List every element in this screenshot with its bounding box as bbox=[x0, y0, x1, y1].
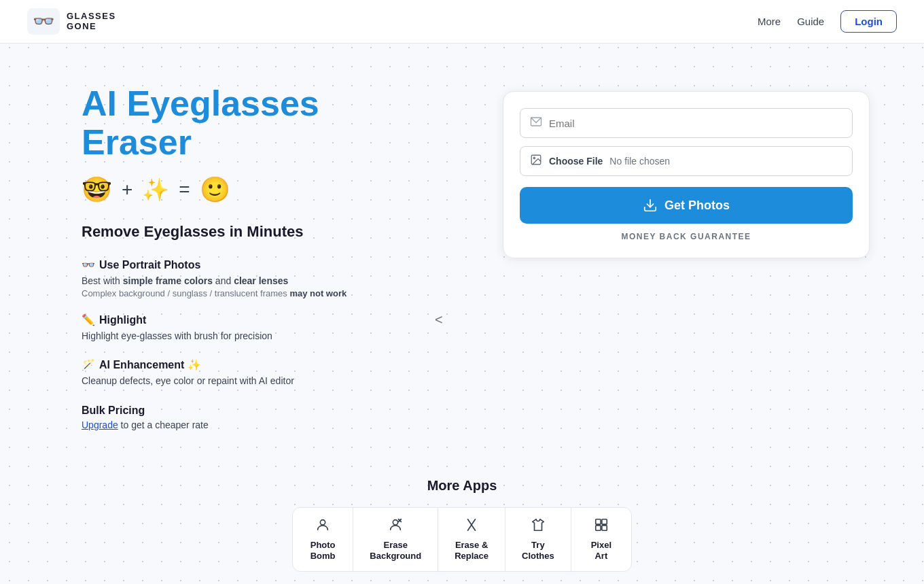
logo-line1: GLASSES bbox=[67, 12, 116, 21]
file-input-wrap[interactable]: Choose File No file chosen bbox=[520, 146, 853, 176]
pixel-art-label: PixelArt bbox=[591, 540, 611, 561]
upgrade-link[interactable]: Upgrade bbox=[82, 419, 118, 430]
feature-highlight: ✏️ Highlight Highlight eye-glasses with … bbox=[82, 313, 462, 343]
feature-ai-desc: Cleanup defects, eye color or repaint wi… bbox=[82, 374, 462, 388]
more-apps-section: More Apps PhotoBomb EraseBac bbox=[0, 458, 924, 584]
svg-rect-8 bbox=[596, 519, 601, 524]
pixel-art-icon bbox=[594, 517, 609, 536]
site-header: 👓 GLASSES GONE More Guide Login bbox=[0, 0, 924, 44]
erase-background-label: EraseBackground bbox=[370, 540, 421, 561]
feature-portrait-note: Complex background / sunglass / transluc… bbox=[82, 288, 462, 298]
more-apps-title: More Apps bbox=[0, 478, 924, 494]
nav-guide[interactable]: Guide bbox=[797, 16, 824, 27]
emoji-magic: ✨ bbox=[142, 177, 169, 203]
erase-replace-icon bbox=[464, 517, 479, 536]
svg-rect-9 bbox=[602, 519, 607, 524]
left-column: AI Eyeglasses Eraser 🤓 + ✨ = 🙂 Remove Ey… bbox=[82, 84, 462, 430]
email-field[interactable] bbox=[549, 118, 842, 129]
file-chosen-label: No file chosen bbox=[609, 156, 670, 167]
choose-file-button[interactable]: Choose File bbox=[549, 156, 603, 167]
photo-bomb-icon bbox=[315, 517, 330, 536]
feature-ai-heading: 🪄 AI Enhancement ✨ bbox=[82, 358, 462, 371]
image-icon bbox=[530, 154, 542, 169]
app-photo-bomb[interactable]: PhotoBomb bbox=[293, 508, 353, 570]
feature-highlight-desc: Highlight eye-glasses with brush for pre… bbox=[82, 329, 462, 343]
svg-point-5 bbox=[393, 520, 398, 525]
bulk-pricing-section: Bulk Pricing Upgrade to get a cheaper ra… bbox=[82, 405, 462, 430]
svg-point-2 bbox=[533, 157, 535, 158]
logo-line2: GONE bbox=[67, 22, 116, 31]
try-clothes-icon bbox=[531, 517, 546, 536]
get-photos-button[interactable]: Get Photos bbox=[520, 187, 853, 224]
email-input-wrap[interactable] bbox=[520, 108, 853, 138]
app-erase-replace[interactable]: Erase &Replace bbox=[438, 508, 505, 570]
feature-ai: 🪄 AI Enhancement ✨ Cleanup defects, eye … bbox=[82, 358, 462, 388]
app-pixel-art[interactable]: PixelArt bbox=[571, 508, 631, 570]
form-card: Choose File No file chosen Get Photos MO… bbox=[503, 91, 870, 258]
try-clothes-label: TryClothes bbox=[522, 540, 554, 561]
plus-sign: + bbox=[122, 179, 132, 201]
collapse-arrow[interactable]: < bbox=[435, 312, 443, 328]
app-try-clothes[interactable]: TryClothes bbox=[505, 508, 571, 570]
svg-rect-10 bbox=[596, 526, 601, 530]
remove-title: Remove Eyeglasses in Minutes bbox=[82, 223, 462, 241]
svg-rect-11 bbox=[602, 526, 607, 530]
email-icon bbox=[530, 116, 542, 131]
emoji-happy: 🙂 bbox=[200, 175, 230, 204]
app-erase-background[interactable]: EraseBackground bbox=[353, 508, 438, 570]
emoji-equation: 🤓 + ✨ = 🙂 bbox=[82, 175, 462, 204]
erase-replace-label: Erase &Replace bbox=[455, 540, 488, 561]
logo-text: GLASSES GONE bbox=[67, 12, 116, 31]
bulk-title: Bulk Pricing bbox=[82, 405, 462, 417]
hero-title: AI Eyeglasses Eraser bbox=[82, 84, 462, 162]
equals-sign: = bbox=[179, 179, 190, 201]
main-content: AI Eyeglasses Eraser 🤓 + ✨ = 🙂 Remove Ey… bbox=[0, 44, 924, 458]
get-photos-label: Get Photos bbox=[664, 199, 730, 213]
feature-portrait-heading: 👓 Use Portrait Photos bbox=[82, 258, 462, 271]
emoji-glasses: 🤓 bbox=[82, 175, 112, 204]
login-button[interactable]: Login bbox=[840, 10, 897, 33]
feature-portrait-desc: Best with simple frame colors and clear … bbox=[82, 274, 462, 288]
logo[interactable]: 👓 GLASSES GONE bbox=[27, 8, 116, 35]
upgrade-text: Upgrade to get a cheaper rate bbox=[82, 419, 462, 430]
feature-portrait: 👓 Use Portrait Photos Best with simple f… bbox=[82, 258, 462, 298]
erase-background-icon bbox=[388, 517, 403, 536]
nav-more[interactable]: More bbox=[758, 16, 781, 27]
feature-highlight-heading: ✏️ Highlight bbox=[82, 313, 462, 326]
logo-icon: 👓 bbox=[27, 8, 60, 35]
svg-point-4 bbox=[320, 520, 325, 525]
photo-bomb-label: PhotoBomb bbox=[310, 540, 336, 561]
right-column: Choose File No file chosen Get Photos MO… bbox=[503, 84, 870, 258]
main-nav: More Guide Login bbox=[758, 10, 897, 33]
money-back-guarantee: MONEY BACK GUARANTEE bbox=[520, 232, 853, 241]
apps-row: PhotoBomb EraseBackground Erase &Repl bbox=[292, 507, 632, 571]
